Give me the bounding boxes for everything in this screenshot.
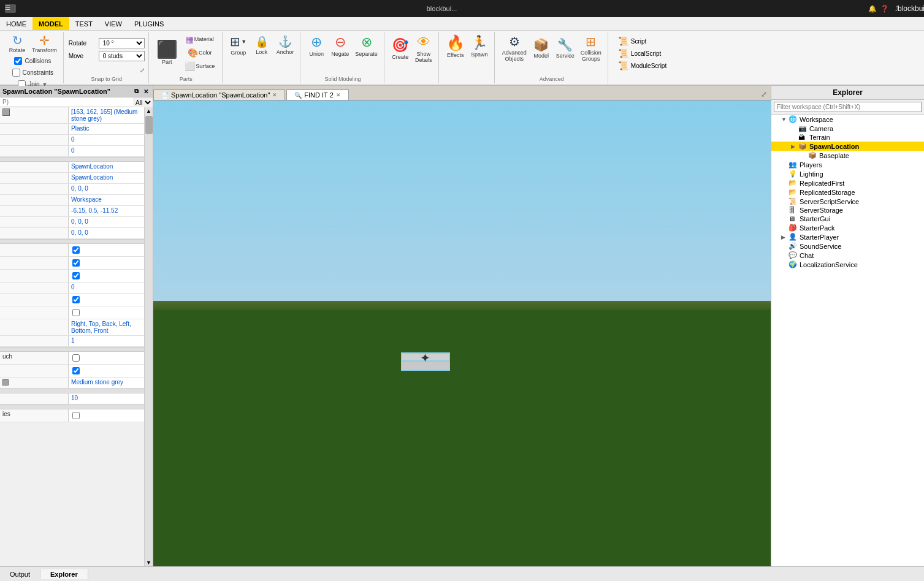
checkbox-6[interactable] [72,367,80,374]
tree-item-starterpack[interactable]: 🎒 StarterPack [771,223,924,232]
tree-label-sp: StarterPack [800,224,834,232]
prop-name-color [0,107,69,123]
service-button[interactable]: 🔧 Service [554,36,577,60]
tree-item-chat[interactable]: 💬 Chat [771,251,924,260]
snap-expand-icon[interactable]: ⤢ [140,67,145,74]
checkbox-2[interactable] [72,259,80,267]
scroll-down-button[interactable]: ▼ [145,559,153,566]
menu-home[interactable]: HOME [0,17,32,30]
effects-button[interactable]: 🔥 Effects [444,33,467,59]
constraints-checkbox[interactable] [12,69,20,77]
property-scrollbar[interactable]: ▲ ▼ [144,107,153,566]
prop-value-worldpos: -6.15, 0.5, -11.52 [69,206,153,216]
prop-row-cb5 [0,306,153,319]
property-filter-select[interactable]: All [133,97,153,107]
group-button[interactable]: ⊞ ▼ Group [227,33,250,57]
scroll-thumb[interactable] [145,116,153,134]
rotate-label: Rotate [9,47,26,53]
viewport-tab-findit[interactable]: 🔍 FIND IT 2 ✕ [286,89,348,100]
tree-item-camera[interactable]: 📷 Camera [771,124,924,133]
show-details-button[interactable]: 👁 ShowDetails [413,33,435,64]
union-button[interactable]: ⊕ Union [305,33,327,58]
explorer-panel: Explorer ▼ 🌐 Workspace 📷 Camera [771,86,924,566]
tab-close-spawn[interactable]: ✕ [272,92,277,98]
tree-item-replicatedfirst[interactable]: 📂 ReplicatedFirst [771,178,924,188]
panel-close-button[interactable]: ✕ [142,87,150,96]
tree-label-sound: SoundService [800,243,842,250]
negate-button[interactable]: ⊖ Negate [329,33,351,58]
collisions-checkbox[interactable] [14,57,22,65]
checkbox-1[interactable] [72,246,80,254]
tree-item-terrain[interactable]: 🏔 Terrain [771,133,924,142]
tree-item-replicatedstorage[interactable]: 📂 ReplicatedStorage [771,188,924,197]
help-button[interactable]: ❓ [880,4,890,13]
tree-item-baseplate[interactable]: 📦 Baseplate [771,151,924,160]
module-script-button[interactable]: 📜 ModuleScript [617,60,668,71]
tree-item-localizationservice[interactable]: 🌍 LocalizationService [771,260,924,269]
advanced-objects-button[interactable]: ⚙ AdvancedObjects [500,33,529,63]
group-arrow[interactable]: ▼ [241,39,246,45]
checkbox-4[interactable] [72,296,80,303]
tree-item-soundservice[interactable]: 🔊 SoundService [771,241,924,251]
viewport-content[interactable]: ✦ [153,101,771,566]
touch-checkbox[interactable] [72,354,80,362]
app-menu-icon[interactable]: ☰ [5,4,16,13]
tree-label-terrain: Terrain [809,134,830,141]
tree-icon-terrain: 🏔 [798,134,808,141]
tree-label-players: Players [800,161,822,169]
tree-item-serverstorage[interactable]: 🗄 ServerStorage [771,206,924,215]
tree-arrow-workspace[interactable]: ▼ [781,116,788,123]
prop-row-surfaces: Right, Top, Back, Left, Bottom, Front [0,319,153,336]
model-icon: 📦 [533,37,549,52]
checkbox-5[interactable] [72,309,80,316]
anchor-button[interactable]: ⚓ Anchor [274,34,297,56]
viewport-tab-spawnlocation[interactable]: 📄 SpawnLocation "SpawnLocation" ✕ [153,89,285,100]
tree-item-players[interactable]: 👥 Players [771,160,924,169]
tree-icon-repfirst: 📂 [788,179,798,187]
prop-row-zero: 0 [0,283,153,294]
local-script-button[interactable]: 📜 LocalScript [617,48,668,59]
create-button[interactable]: 🎯 Create [389,36,411,61]
scroll-up-button[interactable]: ▲ [145,107,153,115]
main-area: SpawnLocation "SpawnLocation" ⧉ ✕ All [1… [0,86,924,566]
tree-item-spawnlocation[interactable]: ▶ 📦 SpawnLocation [771,142,924,151]
ies-checkbox[interactable] [72,412,80,419]
script-button[interactable]: 📜 Script [617,36,668,47]
tree-item-startergui[interactable]: 🖥 StarterGui [771,215,924,223]
material-button[interactable]: ▦ Material [181,33,218,45]
collision-groups-button[interactable]: ⊞ CollisionGroups [578,33,604,63]
tree-arrow-spl[interactable]: ▶ [781,234,788,240]
tree-arrow-spawn[interactable]: ▶ [791,143,798,150]
surface-button[interactable]: ⬜ Surface [181,60,218,72]
collision-groups-icon: ⊞ [586,34,596,49]
spawn-button[interactable]: 🏃 Spawn [468,34,491,59]
menu-model[interactable]: MODEL [32,17,69,30]
rotate-button[interactable]: ↻ Rotate [6,33,28,55]
tree-item-serverscriptservice[interactable]: 📜 ServerScriptService [771,197,924,206]
part-button[interactable]: ⬛ Part [154,40,180,66]
move-snap-select[interactable]: 0 studs1 stud0.5 studs [99,51,145,61]
panel-float-button[interactable]: ⧉ [132,87,140,96]
bottom-tab-explorer[interactable]: Explorer [40,569,88,579]
model-tool-button[interactable]: 📦 Model [530,36,552,60]
tree-item-workspace[interactable]: ▼ 🌐 Workspace [771,115,924,124]
viewport-expand-button[interactable]: ⤢ [757,89,771,100]
bottom-tab-output[interactable]: Output [0,569,40,579]
explorer-filter-input[interactable] [774,102,922,112]
tree-icon-workspace: 🌐 [788,115,798,123]
menu-view[interactable]: VIEW [99,17,128,30]
property-filter-input[interactable] [0,97,153,107]
minimize-button[interactable]: 🔔 [868,4,877,13]
rotate-snap-select[interactable]: 10 °5 °45 ° [99,38,145,48]
color-button[interactable]: 🎨 Color [181,47,218,59]
tree-item-starterplayer[interactable]: ▶ 👤 StarterPlayer [771,232,924,241]
tree-item-lighting[interactable]: 💡 Lighting [771,169,924,178]
checkbox-3[interactable] [72,272,80,279]
menu-plugins[interactable]: PLUGINS [128,17,170,30]
transform-button[interactable]: ✛ Transform [29,33,59,55]
tab-close-findit[interactable]: ✕ [336,92,341,98]
prop-value-cb4 [69,294,153,306]
lock-button[interactable]: 🔒 Lock [251,34,273,56]
menu-test[interactable]: TEST [69,17,99,30]
separate-button[interactable]: ⊗ Separate [353,33,380,58]
